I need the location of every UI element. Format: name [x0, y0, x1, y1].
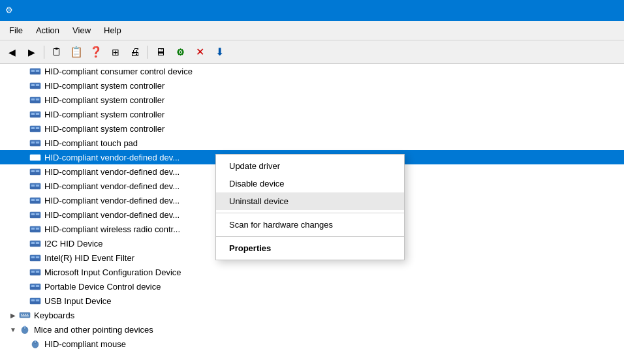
expand-icon[interactable]: ▶ [8, 312, 18, 319]
tree-item-label: Portable Device Control device [44, 282, 161, 292]
hid-icon [29, 209, 42, 220]
hid-icon [29, 252, 42, 263]
svg-rect-67 [30, 301, 40, 304]
svg-rect-58 [36, 271, 39, 273]
svg-rect-42 [36, 213, 39, 215]
toolbar-add[interactable]: ⚙ [171, 44, 189, 61]
tree-item-hid-sys2[interactable]: HID-compliant system controller [0, 93, 624, 107]
tree-item-label: HID-compliant system controller [44, 124, 164, 134]
hid-icon [29, 95, 42, 105]
context-menu-item-disable-device[interactable]: Disable device [216, 175, 404, 192]
menu-view[interactable]: View [66, 23, 97, 38]
svg-rect-47 [30, 230, 40, 232]
svg-rect-34 [36, 185, 39, 187]
toolbar-update-driver-view[interactable]: ⊞ [106, 44, 125, 61]
tree-item-hid-touch[interactable]: HID-compliant touch pad [0, 136, 624, 150]
context-menu-item-uninstall-device[interactable]: Uninstall device [216, 192, 404, 210]
svg-rect-27 [30, 158, 40, 160]
minimize-button[interactable] [529, 0, 559, 21]
context-menu-separator [216, 213, 404, 213]
toolbar-remove[interactable]: ✕ [191, 44, 209, 61]
svg-rect-26 [36, 156, 39, 158]
menu-action[interactable]: Action [29, 23, 66, 38]
title-bar-left: ⚙ [5, 5, 20, 16]
svg-rect-30 [36, 170, 39, 172]
svg-rect-17 [31, 127, 35, 129]
svg-rect-57 [31, 271, 35, 273]
toolbar-print[interactable]: 🖨 [126, 44, 144, 61]
svg-point-81 [35, 341, 37, 342]
svg-rect-63 [30, 287, 40, 290]
svg-rect-19 [30, 129, 40, 132]
tree-item-hid-sys4[interactable]: HID-compliant system controller [0, 121, 624, 136]
tree-item-label: HID-compliant vendor-defined dev... [44, 181, 179, 191]
tree-item-label: HID-compliant wireless radio contr... [44, 224, 180, 234]
svg-rect-51 [30, 244, 40, 247]
expand-icon[interactable]: ▼ [8, 326, 18, 333]
mouse-icon [18, 324, 31, 335]
main-area: HID-compliant consumer control device HI… [0, 64, 624, 364]
tree-item-hid-sys3[interactable]: HID-compliant system controller [0, 107, 624, 121]
tree-item-label: HID-compliant vendor-defined dev... [44, 210, 179, 220]
hid-icon [29, 238, 42, 249]
svg-rect-38 [36, 199, 39, 201]
svg-rect-9 [31, 99, 35, 100]
menu-file[interactable]: File [3, 23, 29, 38]
svg-rect-49 [31, 242, 35, 244]
svg-rect-54 [36, 256, 39, 258]
hid-icon [29, 152, 42, 162]
tree-item-mice[interactable]: ▼ Mice and other pointing devices [0, 322, 624, 337]
context-menu-item-scan-for-hardware-changes[interactable]: Scan for hardware changes [216, 216, 404, 234]
toolbar-help[interactable]: ❓ [87, 44, 105, 61]
tree-item-label: Mice and other pointing devices [34, 325, 153, 335]
tree-item-hid-consumer[interactable]: HID-compliant consumer control device [0, 64, 624, 78]
tree-item-portable[interactable]: Portable Device Control device [0, 279, 624, 294]
tree-item-ms-input[interactable]: Microsoft Input Configuration Device [0, 265, 624, 279]
svg-rect-72 [27, 314, 28, 315]
context-menu-item-update-driver[interactable]: Update driver [216, 157, 404, 175]
svg-rect-69 [21, 314, 22, 315]
svg-rect-59 [30, 273, 40, 275]
toolbar-forward[interactable]: ▶ [22, 44, 40, 61]
toolbar-scan[interactable]: 🖥 [151, 44, 170, 61]
svg-rect-55 [30, 258, 40, 261]
tree-item-keyboards[interactable]: ▶ Keyboards [0, 308, 624, 322]
svg-rect-35 [30, 187, 40, 189]
svg-rect-70 [23, 314, 24, 315]
hid-icon [29, 109, 42, 119]
tree-item-hid-mouse[interactable]: HID-compliant mouse [0, 337, 624, 351]
tree-item-label: HID-compliant vendor-defined dev... [44, 153, 179, 162]
menu-bar: File Action View Help [0, 21, 624, 40]
svg-rect-10 [36, 99, 39, 100]
tree-item-usb-input[interactable]: USB Input Device [0, 294, 624, 308]
svg-rect-71 [25, 314, 26, 315]
toolbar-show-all[interactable]: 📋 [67, 44, 86, 61]
toolbar-back[interactable]: ◀ [3, 44, 21, 61]
tree-item-label: HID-compliant vendor-defined dev... [44, 196, 179, 205]
tree-item-label: HID-compliant system controller [44, 81, 164, 91]
toolbar-download[interactable]: ⬇ [210, 44, 228, 61]
svg-rect-41 [31, 213, 35, 215]
svg-rect-5 [31, 84, 35, 86]
tree-item-label: HID-compliant vendor-defined dev... [44, 167, 179, 177]
svg-rect-3 [30, 72, 40, 74]
maximize-button[interactable] [559, 0, 589, 21]
svg-rect-61 [31, 285, 35, 287]
svg-rect-46 [36, 228, 39, 230]
mouse-small-icon [29, 339, 42, 349]
menu-help[interactable]: Help [97, 23, 128, 38]
tree-item-hid-sys1[interactable]: HID-compliant system controller [0, 78, 624, 93]
close-button[interactable] [589, 0, 619, 21]
svg-rect-31 [30, 172, 40, 175]
svg-rect-68 [20, 312, 30, 318]
context-menu-item-properties[interactable]: Properties [216, 239, 404, 257]
toolbar-properties[interactable]: 🗒 [48, 44, 66, 61]
hid-icon [29, 195, 42, 205]
hid-icon [29, 296, 42, 306]
svg-rect-6 [36, 84, 39, 86]
tree-item-label: HID-compliant mouse [44, 339, 126, 349]
svg-rect-37 [31, 199, 35, 201]
svg-rect-2 [36, 70, 39, 72]
hid-icon [29, 166, 42, 177]
svg-rect-29 [31, 170, 35, 172]
